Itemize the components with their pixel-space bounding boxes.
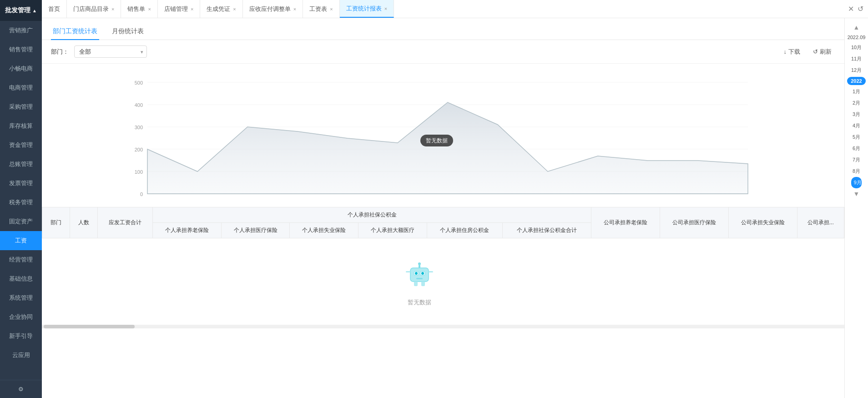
sidebar-title: 批发管理 (5, 6, 30, 15)
col-company-pension: 公司承担养老保险 (591, 207, 660, 238)
timeline-month-6月[interactable]: 6月 (850, 143, 863, 154)
refresh-tabs-icon[interactable]: ↺ (858, 5, 863, 13)
sidebar-item-云应用[interactable]: 云应用 (0, 346, 42, 365)
col-total-salary: 应发工资合计 (98, 207, 153, 238)
sidebar: 批发管理 ▲ 营销推广销售管理小畅电商电商管理采购管理库存核算资金管理总账管理发… (0, 0, 42, 398)
refresh-label: 刷新 (820, 48, 832, 56)
tab-label: 生成凭证 (207, 5, 230, 13)
svg-text:200: 200 (135, 147, 143, 152)
tab-label: 店铺管理 (164, 5, 188, 13)
col-group-personal: 个人承担社保公积金 (152, 207, 591, 223)
tab-close-icon[interactable]: × (384, 6, 387, 11)
download-button[interactable]: ↓ 下载 (780, 46, 804, 58)
svg-rect-24 (429, 271, 433, 272)
tab-生成凭证[interactable]: 生成凭证× (200, 0, 242, 18)
tab-店铺管理[interactable]: 店铺管理× (158, 0, 200, 18)
tab-工资统计报表[interactable]: 工资统计报表× (340, 0, 394, 18)
tab-label: 销售单 (127, 5, 145, 13)
sub-tab-部门工资统计表[interactable]: 部门工资统计表 (51, 24, 99, 40)
timeline-down-icon[interactable]: ▼ (852, 188, 862, 199)
timeline-month-4月[interactable]: 4月 (850, 120, 863, 131)
sidebar-settings[interactable]: ⚙ (0, 380, 42, 398)
refresh-button[interactable]: ↺ 刷新 (809, 46, 835, 58)
sidebar-item-基础信息[interactable]: 基础信息 (0, 269, 42, 288)
svg-point-22 (418, 262, 421, 265)
svg-point-19 (421, 272, 424, 275)
tab-close-icon[interactable]: × (330, 6, 333, 12)
col-company-unemployment: 公司承担失业保险 (728, 207, 797, 238)
svg-text:100: 100 (135, 169, 143, 175)
sidebar-item-新手引导[interactable]: 新手引导 (0, 327, 42, 346)
svg-rect-21 (419, 265, 420, 268)
timeline-month-1月[interactable]: 1月 (850, 86, 863, 97)
sidebar-item-营销推广[interactable]: 营销推广 (0, 21, 42, 40)
timeline-month-5月[interactable]: 5月 (850, 131, 863, 143)
col-personal-housing: 个人承担住房公积金 (427, 223, 502, 238)
sidebar-item-工资[interactable]: 工资 (0, 231, 42, 250)
tab-label: 应收应付调整单 (249, 5, 291, 13)
table-wrapper[interactable]: 部门 人数 应发工资合计 个人承担社保公积金 公司承担养老保险 公司承担医疗保险… (42, 207, 844, 398)
svg-text:400: 400 (135, 102, 143, 108)
sidebar-item-总账管理[interactable]: 总账管理 (0, 155, 42, 174)
timeline-month-10月[interactable]: 10月 (848, 42, 864, 53)
svg-marker-12 (147, 102, 748, 194)
sub-tab-月份统计表[interactable]: 月份统计表 (110, 24, 146, 40)
timeline-month-3月[interactable]: 3月 (850, 109, 863, 120)
tab-bar-actions: ✕ ↺ (843, 5, 868, 13)
empty-state: 暂无数据 (42, 238, 797, 325)
tab-首页[interactable]: 首页 (42, 0, 67, 18)
tab-工资表[interactable]: 工资表× (303, 0, 339, 18)
dept-label: 部门： (51, 48, 69, 56)
svg-text:300: 300 (135, 125, 143, 130)
sidebar-item-固定资产[interactable]: 固定资产 (0, 212, 42, 231)
svg-rect-23 (406, 271, 410, 272)
sidebar-item-库存核算[interactable]: 库存核算 (0, 116, 42, 136)
download-icon: ↓ (784, 48, 787, 55)
sidebar-item-税务管理[interactable]: 税务管理 (0, 193, 42, 212)
timeline-month-11月[interactable]: 11月 (848, 53, 864, 65)
chart-area: 0 100 200 300 400 500 (42, 64, 844, 207)
col-personal-medical: 个人承担医疗保险 (221, 223, 290, 238)
main-area: 首页门店商品目录×销售单×店铺管理×生成凭证×应收应付调整单×工资表×工资统计报… (42, 0, 868, 398)
sidebar-item-销售管理[interactable]: 销售管理 (0, 40, 42, 59)
tab-close-icon[interactable]: × (233, 6, 236, 12)
col-company-medical: 公司承担医疗保险 (660, 207, 729, 238)
right-sidebar: ▲ 2022.09 10月11月12月 2022 1月2月3月4月5月6月7月8… (844, 18, 868, 398)
empty-icon (401, 257, 438, 293)
sidebar-item-发票管理[interactable]: 发票管理 (0, 174, 42, 193)
empty-text: 暂无数据 (408, 298, 431, 307)
sidebar-item-资金管理[interactable]: 资金管理 (0, 136, 42, 155)
dept-select[interactable]: 全部 (74, 45, 147, 58)
svg-text:500: 500 (135, 80, 143, 86)
close-all-icon[interactable]: ✕ (848, 5, 854, 13)
tab-应收应付调整单[interactable]: 应收应付调整单× (243, 0, 303, 18)
content-main: 部门工资统计表月份统计表 部门： 全部 ▾ ↓ 下载 ↺ (42, 18, 844, 398)
sidebar-item-小畅电商[interactable]: 小畅电商 (0, 59, 42, 78)
col-personal-pension: 个人承担养老保险 (152, 223, 221, 238)
sidebar-item-电商管理[interactable]: 电商管理 (0, 78, 42, 97)
tab-close-icon[interactable]: × (293, 6, 296, 12)
tab-bar: 首页门店商品目录×销售单×店铺管理×生成凭证×应收应付调整单×工资表×工资统计报… (42, 0, 868, 18)
toolbar-actions: ↓ 下载 ↺ 刷新 (780, 46, 836, 58)
timeline-year-label-2022[interactable]: 2022 (847, 77, 866, 85)
tab-门店商品目录[interactable]: 门店商品目录× (67, 0, 121, 18)
sidebar-item-企业协同[interactable]: 企业协同 (0, 307, 42, 327)
refresh-icon: ↺ (813, 48, 818, 55)
tab-close-icon[interactable]: × (191, 6, 193, 12)
sidebar-item-采购管理[interactable]: 采购管理 (0, 97, 42, 116)
tab-close-icon[interactable]: × (148, 6, 151, 12)
timeline-month-8月[interactable]: 8月 (850, 166, 863, 177)
tab-label: 工资表 (309, 5, 327, 13)
sidebar-item-系统管理[interactable]: 系统管理 (0, 288, 42, 307)
tab-close-icon[interactable]: × (111, 6, 114, 12)
svg-text:暂无数据: 暂无数据 (426, 137, 448, 144)
sidebar-header[interactable]: 批发管理 ▲ (0, 0, 42, 21)
tab-销售单[interactable]: 销售单× (121, 0, 157, 18)
timeline-month-12月[interactable]: 12月 (848, 65, 864, 76)
timeline-month-7月[interactable]: 7月 (850, 154, 863, 166)
svg-rect-25 (414, 282, 418, 286)
sidebar-item-经营管理[interactable]: 经营管理 (0, 250, 42, 269)
timeline-up-icon[interactable]: ▲ (852, 22, 862, 33)
timeline-month-9月[interactable]: 9月 (851, 177, 862, 188)
timeline-month-2月[interactable]: 2月 (850, 97, 863, 109)
